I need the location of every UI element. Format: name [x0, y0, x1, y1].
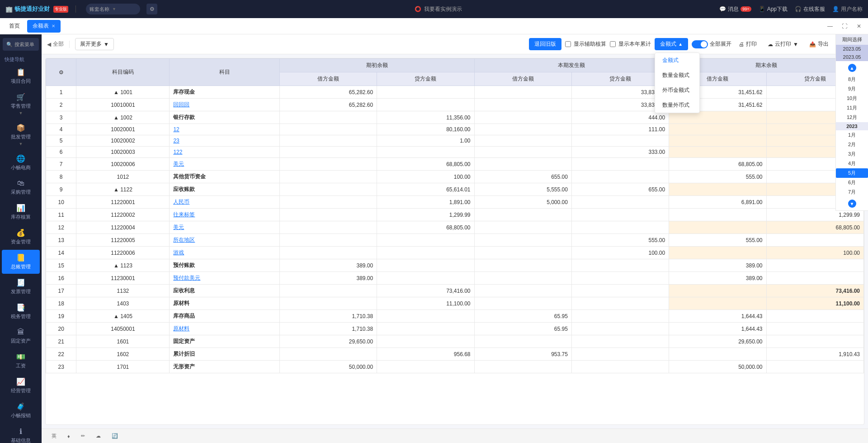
tab-restore-btn[interactable]: ✕	[854, 21, 864, 32]
show-auxiliary-check[interactable]: 显示辅助核算	[565, 40, 606, 48]
cell-account-name[interactable]: 预付账款	[170, 259, 279, 272]
cell-account-name[interactable]: 固定资产	[170, 335, 279, 348]
sidebar-item-inventory[interactable]: 📊 库存核算	[2, 200, 40, 224]
show-ytd-check[interactable]: 显示本年累计	[610, 40, 651, 48]
cell-account-name[interactable]: 往来标签	[170, 209, 279, 221]
tab-close-btn[interactable]: ✕	[52, 24, 55, 29]
sidebar-item-purchase[interactable]: 🛍 采购管理	[2, 176, 40, 199]
settings-icon[interactable]: ⚙	[146, 4, 157, 14]
status-cloud-btn[interactable]: ☁	[93, 432, 104, 440]
period-1[interactable]: 1月	[836, 130, 868, 140]
cell-account-name[interactable]: 原材料	[170, 323, 279, 335]
dropdown-jiners[interactable]: 金额式	[655, 53, 699, 68]
sidebar-item-assets[interactable]: 🏛 固定资产	[2, 324, 40, 348]
period-down-nav[interactable]: ▼	[836, 197, 868, 210]
dropdown-waib-jiners[interactable]: 外币金额式	[655, 83, 699, 98]
cell-account-name[interactable]: 预付款美元	[170, 272, 279, 285]
content-area: ◀ 全部 展开更多 ▼ 退回旧版 显示辅助核算 显示本年累计	[42, 34, 868, 443]
cell-account-name[interactable]: 其他货币资金	[170, 171, 279, 183]
cell-account-name[interactable]: 23	[170, 135, 279, 147]
period-9[interactable]: 9月	[836, 84, 868, 94]
cell-account-name[interactable]: 美元	[170, 158, 279, 171]
period-up-nav[interactable]: ▲	[836, 61, 868, 75]
cell-row-num: 13	[46, 234, 76, 247]
back-period-btn[interactable]: 退回旧版	[529, 38, 561, 50]
sidebar-item-payroll[interactable]: 💵 工资	[2, 349, 40, 373]
cell-ob-credit	[377, 147, 474, 158]
cell-account-name[interactable]: 库存商品	[170, 310, 279, 323]
period-4[interactable]: 4月	[836, 159, 868, 168]
sidebar-item-finance[interactable]: 💰 资金管理	[2, 225, 40, 249]
app-download-btn[interactable]: 📱 App下载	[759, 5, 788, 13]
jiners-btn[interactable]: 金额式 ▲	[655, 38, 688, 50]
period-year-2023[interactable]: 2023	[836, 122, 868, 130]
cell-account-name[interactable]: 原材料	[170, 297, 279, 310]
user-avatar[interactable]: 👤 用户名称	[832, 5, 863, 13]
cell-account-name[interactable]: 应收利息	[170, 285, 279, 297]
messages-btn[interactable]: 💬 消息 99+	[719, 5, 751, 13]
sidebar-item-project[interactable]: 📋 项目合同	[2, 64, 40, 88]
auxiliary-checkbox[interactable]	[565, 41, 571, 47]
tab-home[interactable]: 首页	[4, 20, 25, 33]
cell-ob-debit	[279, 221, 377, 234]
sidebar-item-business[interactable]: 📈 经营管理	[2, 374, 40, 398]
sidebar-item-retail[interactable]: 🛒 零售管理 ▼	[2, 89, 40, 119]
table-row: 610020003122333.00333.00	[46, 147, 864, 158]
cell-account-name[interactable]: 无形资产	[170, 361, 279, 373]
sidebar-item-invoice[interactable]: 🧾 发票管理	[2, 275, 40, 299]
cell-account-name[interactable]: 人民币	[170, 196, 279, 209]
cell-account-name[interactable]: 应收账款	[170, 183, 279, 196]
cell-account-name[interactable]: 库存现金	[170, 86, 279, 99]
cloud-print-btn[interactable]: ☁ 云打印 ▼	[764, 38, 802, 50]
ytd-checkbox[interactable]	[610, 41, 616, 47]
period-12[interactable]: 12月	[836, 113, 868, 122]
demo-link[interactable]: ⭕ 我要看实例演示	[415, 5, 462, 13]
tab-balance[interactable]: 余额表 ✕	[27, 20, 61, 33]
print-btn[interactable]: 🖨 打印	[735, 38, 760, 50]
export-btn[interactable]: 📤 导出	[806, 38, 832, 50]
status-edit-btn[interactable]: ✏	[78, 432, 88, 440]
cell-row-num: 23	[46, 361, 76, 373]
cell-account-name[interactable]: 游戏	[170, 247, 279, 259]
status-sync-btn[interactable]: 🔄	[109, 432, 121, 440]
account-selector[interactable]: 账套名称 ▼	[86, 4, 140, 14]
period-10[interactable]: 10月	[836, 94, 868, 103]
period-up-btn[interactable]: ▲	[848, 64, 856, 72]
cell-pa-credit	[571, 323, 669, 335]
sidebar-item-basic[interactable]: ℹ 基础信息	[2, 424, 40, 443]
period-3[interactable]: 3月	[836, 149, 868, 159]
sidebar-item-tax[interactable]: 📑 税务管理	[2, 300, 40, 324]
tab-minimize-btn[interactable]: —	[825, 21, 835, 32]
period-5[interactable]: 5月	[836, 168, 868, 178]
cell-account-code: 10020002	[76, 135, 170, 147]
cell-pa-credit: 100.00	[571, 247, 669, 259]
table-config-icon[interactable]: ⚙	[59, 69, 64, 76]
period-2[interactable]: 2月	[836, 140, 868, 149]
dropdown-shuliang-waib[interactable]: 数量外币式	[655, 98, 699, 113]
cell-account-name[interactable]: 累计折旧	[170, 348, 279, 361]
tab-maximize-btn[interactable]: ⛶	[839, 21, 850, 32]
online-service-btn[interactable]: 🎧 在线客服	[795, 5, 825, 13]
sidebar-item-sales[interactable]: 🧳 小畅报销	[2, 399, 40, 423]
period-6[interactable]: 6月	[836, 178, 868, 187]
search-menu-box[interactable]: 🔍 搜索菜单	[3, 38, 39, 51]
dropdown-shuliang-jiners[interactable]: 数量金额式	[655, 68, 699, 83]
expand-toggle-switch[interactable]	[692, 40, 708, 48]
back-btn[interactable]: ◀ 全部	[47, 40, 64, 48]
cell-account-name[interactable]: 122	[170, 147, 279, 158]
cell-account-name[interactable]: 所在地区	[170, 234, 279, 247]
status-diamond-btn[interactable]: ♦	[65, 433, 73, 440]
cell-account-name[interactable]: 12	[170, 124, 279, 135]
sidebar-item-ecommerce[interactable]: 🌐 小畅电商	[2, 151, 40, 175]
cell-account-name[interactable]: 银行存款	[170, 111, 279, 124]
period-down-btn[interactable]: ▼	[848, 200, 856, 208]
period-8[interactable]: 8月	[836, 75, 868, 84]
period-7[interactable]: 7月	[836, 187, 868, 197]
status-lang-btn[interactable]: 英	[49, 432, 59, 440]
cell-account-name[interactable]: 回回回	[170, 99, 279, 111]
expand-more-btn[interactable]: 展开更多 ▼	[75, 38, 114, 50]
cell-account-name[interactable]: 美元	[170, 221, 279, 234]
period-11[interactable]: 11月	[836, 103, 868, 113]
sidebar-item-wholesale[interactable]: 📦 批发管理 ▼	[2, 120, 40, 150]
sidebar-item-ledger[interactable]: 📒 总账管理	[2, 250, 40, 274]
